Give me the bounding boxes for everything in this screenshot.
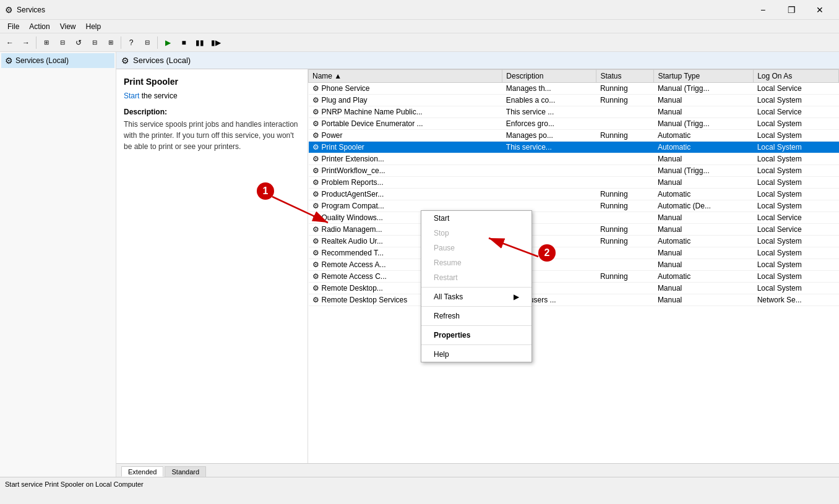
service-status-cell — [596, 153, 654, 165]
service-startup-cell: Automatic — [654, 271, 754, 283]
back-button[interactable]: ← — [2, 35, 17, 50]
service-desc-cell — [502, 153, 596, 165]
service-status-cell — [596, 283, 654, 294]
service-startup-cell: Manual — [654, 247, 754, 259]
menu-action[interactable]: Action — [24, 21, 54, 32]
hide-console-button[interactable]: ⊟ — [55, 35, 70, 50]
sidebar-item-services-local[interactable]: ⚙ Services (Local) — [1, 53, 114, 68]
table-row[interactable]: ⚙Quality Windows...ManualLocal Service — [309, 212, 839, 224]
context-menu: StartStopPauseResumeRestartAll Tasks▶Ref… — [421, 210, 532, 362]
table-row[interactable]: ⚙Print SpoolerThis service...AutomaticLo… — [309, 142, 839, 153]
col-name[interactable]: Name ▲ — [309, 70, 502, 83]
service-row-icon: ⚙ — [312, 96, 319, 105]
service-name-heading: Print Spooler — [124, 77, 300, 87]
service-logon-cell: Local System — [754, 142, 839, 153]
menu-view[interactable]: View — [55, 21, 81, 32]
service-status-cell: Running — [596, 130, 654, 142]
table-row[interactable]: ⚙PrintWorkflow_ce...Manual (Trigg...Loca… — [309, 165, 839, 177]
service-logon-cell: Local System — [754, 153, 839, 165]
context-menu-item-refresh[interactable]: Refresh — [421, 309, 531, 323]
refresh-button[interactable]: ↺ — [71, 35, 86, 50]
menu-help[interactable]: Help — [81, 21, 106, 32]
service-logon-cell: Local System — [754, 95, 839, 106]
col-logon[interactable]: Log On As — [754, 70, 839, 83]
service-name-cell: ⚙Printer Extension... — [309, 153, 502, 165]
service-row-icon: ⚙ — [312, 190, 319, 199]
service-status-cell — [596, 142, 654, 153]
start-service-text: Start the service — [124, 92, 300, 100]
window-controls: − ❐ ✕ — [749, 0, 834, 20]
show-console-button[interactable]: ⊞ — [39, 35, 54, 50]
properties-button[interactable]: ⊞ — [103, 35, 118, 50]
service-row-icon: ⚙ — [312, 119, 319, 128]
table-row[interactable]: ⚙Printer Extension...ManualLocal System — [309, 153, 839, 165]
table-row[interactable]: ⚙PowerManages po...RunningAutomaticLocal… — [309, 130, 839, 142]
forward-button[interactable]: → — [19, 35, 33, 50]
table-row[interactable]: ⚙PNRP Machine Name Public...This service… — [309, 106, 839, 118]
table-row[interactable]: ⚙Realtek Audio Ur...RunningAutomaticLoca… — [309, 236, 839, 247]
service-desc-cell: Enables a co... — [502, 95, 596, 106]
services-header: ⚙ Services (Local) — [116, 52, 839, 69]
service-status-cell — [596, 165, 654, 177]
menu-file[interactable]: File — [2, 21, 24, 32]
service-startup-cell: Automatic — [654, 236, 754, 247]
service-logon-cell: Local System — [754, 283, 839, 294]
stop-button[interactable]: ■ — [176, 35, 191, 50]
service-logon-cell: Local System — [754, 200, 839, 212]
tab-standard[interactable]: Standard — [165, 466, 206, 477]
col-description[interactable]: Description — [502, 70, 596, 83]
context-menu-item-pause: Pause — [421, 241, 531, 255]
status-text: Start service Print Spooler on Local Com… — [5, 481, 144, 488]
service-startup-cell: Automatic — [654, 130, 754, 142]
service-status-cell: Running — [596, 236, 654, 247]
export-button[interactable]: ⊟ — [87, 35, 102, 50]
context-menu-item-help[interactable]: Help — [421, 347, 531, 362]
annotation-2: 2 — [538, 244, 556, 262]
service-status-cell — [596, 259, 654, 271]
table-row[interactable]: ⚙Remote Access C...RunningAutomaticLocal… — [309, 271, 839, 283]
service-startup-cell: Manual (Trigg... — [654, 83, 754, 95]
table-row[interactable]: ⚙Recommended T...ManualLocal System — [309, 247, 839, 259]
service-logon-cell: Local Service — [754, 212, 839, 224]
table-row[interactable]: ⚙Plug and PlayEnables a co...RunningManu… — [309, 95, 839, 106]
col-startup[interactable]: Startup Type — [654, 70, 754, 83]
table-row[interactable]: ⚙Remote Desktop ServicesAllows users ...… — [309, 294, 839, 306]
service-startup-cell: Manual — [654, 212, 754, 224]
title-bar: ⚙ Services − ❐ ✕ — [0, 0, 839, 20]
help-button[interactable]: ? — [124, 35, 139, 50]
description-text: This service spools print jobs and handl… — [124, 119, 300, 152]
play-button[interactable]: ▶ — [160, 35, 175, 50]
table-row[interactable]: ⚙ProductAgentSer...RunningAutomaticLocal… — [309, 189, 839, 200]
service-row-icon: ⚙ — [312, 249, 319, 257]
context-menu-item-properties[interactable]: Properties — [421, 328, 531, 343]
view-button[interactable]: ⊟ — [140, 35, 155, 50]
service-row-icon: ⚙ — [312, 143, 319, 152]
col-status[interactable]: Status — [596, 70, 654, 83]
table-row[interactable]: ⚙Remote Desktop...ManualLocal System — [309, 283, 839, 294]
context-menu-item-restart: Restart — [421, 270, 531, 285]
table-row[interactable]: ⚙Program Compat...RunningAutomatic (De..… — [309, 200, 839, 212]
service-startup-cell: Manual — [654, 106, 754, 118]
minimize-button[interactable]: − — [749, 0, 777, 20]
table-row[interactable]: ⚙Phone ServiceManages th...RunningManual… — [309, 83, 839, 95]
close-button[interactable]: ✕ — [806, 0, 834, 20]
service-row-icon: ⚙ — [312, 202, 319, 210]
context-menu-item-start[interactable]: Start — [421, 211, 531, 226]
context-menu-item-all-tasks[interactable]: All Tasks▶ — [421, 289, 531, 304]
maximize-button[interactable]: ❐ — [777, 0, 806, 20]
service-name-cell: ⚙Print Spooler — [309, 142, 502, 153]
services-table[interactable]: Name ▲ Description Status Startup Type L… — [308, 69, 839, 463]
service-logon-cell: Local Service — [754, 106, 839, 118]
table-row[interactable]: ⚙Problem Reports...ManualLocal System — [309, 177, 839, 189]
table-row[interactable]: ⚙Remote Access A...ManualLocal System — [309, 259, 839, 271]
start-link[interactable]: Start — [124, 92, 139, 100]
service-status-cell — [596, 118, 654, 130]
context-menu-separator — [421, 306, 531, 307]
service-name-cell: ⚙Problem Reports... — [309, 177, 502, 189]
tab-extended[interactable]: Extended — [121, 466, 163, 477]
service-desc-cell: Manages th... — [502, 83, 596, 95]
table-row[interactable]: ⚙Portable Device Enumerator ...Enforces … — [309, 118, 839, 130]
pause-button[interactable]: ▮▮ — [192, 35, 207, 50]
step-button[interactable]: ▮▶ — [209, 35, 223, 50]
table-row[interactable]: ⚙Radio Managem...RunningManualLocal Serv… — [309, 224, 839, 236]
